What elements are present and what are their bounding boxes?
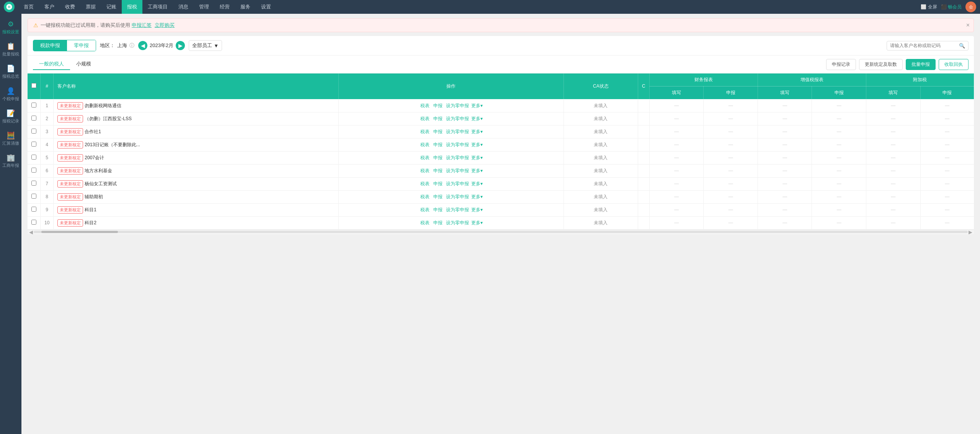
tab-general-taxpayer[interactable]: 一般的税人 [33, 59, 70, 70]
op-declare-6[interactable]: 申报 [433, 181, 443, 186]
horizontal-scrollbar[interactable]: ◀ ▶ [28, 230, 974, 234]
op-tax-form-7[interactable]: 税表 [420, 194, 430, 199]
period-next-button[interactable]: ▶ [176, 41, 185, 50]
op-more-3[interactable]: 更多▾ [471, 142, 483, 147]
op-declare-8[interactable]: 申报 [433, 207, 443, 212]
search-input[interactable] [890, 43, 959, 48]
op-more-9[interactable]: 更多▾ [471, 220, 483, 225]
op-declare-0[interactable]: 申报 [433, 103, 443, 108]
scroll-right-btn[interactable]: ▶ [968, 229, 973, 234]
nav-invoice[interactable]: 票据 [80, 0, 101, 14]
op-more-1[interactable]: 更多▾ [471, 116, 483, 121]
op-tax-form-3[interactable]: 税表 [420, 142, 430, 147]
nav-management[interactable]: 管理 [194, 0, 214, 14]
op-more-5[interactable]: 更多▾ [471, 168, 483, 173]
declaration-records-button[interactable]: 申报记录 [826, 59, 856, 70]
op-tax-form-1[interactable]: 税表 [420, 116, 430, 121]
op-more-2[interactable]: 更多▾ [471, 129, 483, 134]
op-declare-4[interactable]: 申报 [433, 155, 443, 160]
row-checkbox-0[interactable] [28, 99, 41, 112]
upgrade-btn[interactable]: ⬛ 畅会员 [941, 4, 962, 10]
nav-customer[interactable]: 客户 [39, 0, 60, 14]
row-checkbox-9[interactable] [28, 216, 41, 229]
scrollbar-thumb[interactable] [41, 231, 118, 233]
row-checkbox-4[interactable] [28, 151, 41, 164]
op-tax-form-8[interactable]: 税表 [420, 207, 430, 212]
op-tax-form-9[interactable]: 税表 [420, 220, 430, 225]
op-tax-form-4[interactable]: 税表 [420, 155, 430, 160]
op-more-6[interactable]: 更多▾ [471, 181, 483, 186]
sidebar-label-personal-tax: 个税申报 [2, 96, 19, 101]
op-declare-9[interactable]: 申报 [433, 220, 443, 225]
scrollbar-track [34, 231, 968, 233]
sidebar-item-personal-tax[interactable]: 👤 个税申报 [1, 84, 21, 104]
period-prev-button[interactable]: ◀ [138, 41, 147, 50]
nav-service[interactable]: 服务 [235, 0, 256, 14]
update-fetch-button[interactable]: 更新统定及取数 [859, 59, 903, 70]
sidebar-item-settlement[interactable]: 🧮 汇算清缴 [1, 128, 21, 149]
employee-filter[interactable]: 全部员工 ▼ [189, 40, 222, 51]
row-checkbox-8[interactable] [28, 203, 41, 216]
sidebar-item-tax-overview[interactable]: 📄 报税总览 [1, 61, 21, 82]
op-zero-declare-6[interactable]: 设为零申报 [446, 181, 469, 186]
row-checkbox-2[interactable] [28, 125, 41, 138]
avatar[interactable]: 会 [965, 2, 976, 12]
fullscreen-btn[interactable]: ⬜ 全屏 [921, 4, 937, 10]
op-tax-form-2[interactable]: 税表 [420, 129, 430, 134]
scroll-left-btn[interactable]: ◀ [28, 229, 34, 234]
tab-tax-declaration[interactable]: 税款申报 [33, 40, 67, 51]
row-checkbox-1[interactable] [28, 112, 41, 125]
op-zero-declare-7[interactable]: 设为零申报 [446, 194, 469, 199]
op-tax-form-5[interactable]: 税表 [420, 168, 430, 173]
op-tax-form-0[interactable]: 税表 [420, 103, 430, 108]
sidebar-item-business-annual[interactable]: 🏢 工商年报 [1, 150, 21, 171]
row-checkbox-6[interactable] [28, 177, 41, 190]
tab-small-scale[interactable]: 小规模 [70, 59, 97, 70]
notice-close-button[interactable]: × [966, 22, 970, 29]
th-finance-report-sub: 申报 [704, 86, 758, 100]
row-checkbox-3[interactable] [28, 138, 41, 151]
nav-home[interactable]: 首页 [18, 0, 39, 14]
nav-settings[interactable]: 设置 [256, 0, 276, 14]
op-tax-form-6[interactable]: 税表 [420, 181, 430, 186]
op-zero-declare-8[interactable]: 设为零申报 [446, 207, 469, 212]
fetch-receipt-button[interactable]: 收取回执 [939, 59, 969, 70]
nav-billing[interactable]: 收费 [60, 0, 80, 14]
sidebar-item-batch-tax[interactable]: 📋 批量报税 [1, 39, 21, 60]
logo[interactable] [4, 2, 15, 12]
op-declare-1[interactable]: 申报 [433, 116, 443, 121]
sidebar-item-tax-settings[interactable]: ⚙ 报税设置 [1, 17, 21, 38]
tab-zero-declaration[interactable]: 零申报 [67, 40, 96, 51]
row-additional-fill-1: — [866, 112, 920, 125]
row-checkbox-5[interactable] [28, 164, 41, 177]
batch-declare-button[interactable]: 批量申报 [906, 59, 936, 70]
nav-operation[interactable]: 经营 [214, 0, 235, 14]
op-declare-3[interactable]: 申报 [433, 142, 443, 147]
nav-business[interactable]: 工商项目 [142, 0, 173, 14]
op-zero-declare-9[interactable]: 设为零申报 [446, 220, 469, 225]
op-more-7[interactable]: 更多▾ [471, 194, 483, 199]
op-zero-declare-5[interactable]: 设为零申报 [446, 168, 469, 173]
row-checkbox-7[interactable] [28, 190, 41, 203]
op-declare-2[interactable]: 申报 [433, 129, 443, 134]
search-icon[interactable]: 🔍 [959, 43, 965, 49]
sidebar-item-tax-records[interactable]: 📝 报税记录 [1, 106, 21, 127]
nav-tax[interactable]: 报税 [122, 0, 142, 14]
op-declare-7[interactable]: 申报 [433, 194, 443, 199]
notice-link-buy[interactable]: 立即购买 [155, 22, 175, 29]
op-zero-declare-4[interactable]: 设为零申报 [446, 155, 469, 160]
op-zero-declare-3[interactable]: 设为零申报 [446, 142, 469, 147]
op-more-4[interactable]: 更多▾ [471, 155, 483, 160]
table-row: 3 未更新核定合作社1 税表 申报 设为零申报 更多▾ 未填入 — — — — … [28, 125, 974, 138]
op-declare-5[interactable]: 申报 [433, 168, 443, 173]
op-zero-declare-2[interactable]: 设为零申报 [446, 129, 469, 134]
nav-bookkeeping[interactable]: 记账 [101, 0, 122, 14]
select-all-checkbox[interactable] [31, 83, 36, 88]
op-zero-declare-1[interactable]: 设为零申报 [446, 116, 469, 121]
nav-message[interactable]: 消息 [173, 0, 194, 14]
op-zero-declare-0[interactable]: 设为零申报 [446, 103, 469, 108]
notice-link-report[interactable]: 申报汇签 [132, 22, 152, 29]
op-more-0[interactable]: 更多▾ [471, 103, 483, 108]
info-icon[interactable]: ⓘ [129, 42, 134, 49]
op-more-8[interactable]: 更多▾ [471, 207, 483, 212]
